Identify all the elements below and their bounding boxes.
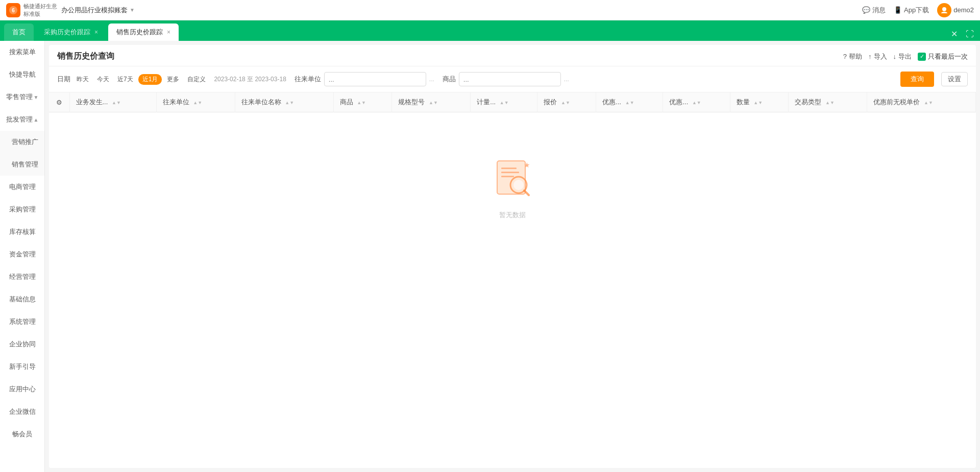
date-btn-yesterday[interactable]: 昨天 — [74, 74, 92, 85]
sidebar-item-system[interactable]: 系统管理 — [0, 311, 44, 333]
svg-point-2 — [942, 7, 946, 11]
col-goods-label: 商品 — [340, 98, 353, 106]
goods-dots: ... — [564, 76, 569, 83]
sort-arrows-discount2: ▲▼ — [692, 100, 701, 105]
date-btn-custom[interactable]: 自定义 — [184, 74, 209, 85]
col-discount1[interactable]: 优惠... ▲▼ — [596, 92, 663, 112]
sidebar-basicinfo-label: 基础信息 — [9, 295, 36, 304]
sidebar-item-enterprise-collab[interactable]: 企业协同 — [0, 333, 44, 356]
table-header-row: ⚙ 业务发生... ▲▼ 往来单位 ▲▼ 往来单位名称 ▲ — [49, 92, 976, 112]
date-btn-today[interactable]: 今天 — [94, 74, 112, 85]
date-btn-1month[interactable]: 近1月 — [138, 74, 162, 85]
tab-purchase-close-icon[interactable]: × — [94, 29, 98, 36]
from-unit-input[interactable] — [324, 72, 426, 86]
sort-arrows-spec: ▲▼ — [429, 100, 438, 105]
col-pretax-price[interactable]: 优惠前无税单价 ▲▼ — [867, 92, 976, 112]
sidebar-item-enterprise-wechat[interactable]: 企业微信 — [0, 400, 44, 423]
sidebar-purchase-label: 采购管理 — [9, 205, 36, 214]
col-quantity[interactable]: 数量 ▲▼ — [730, 92, 789, 112]
tab-purchase-history[interactable]: 采购历史价跟踪 × — [36, 23, 106, 41]
col-unit[interactable]: 计量... ▲▼ — [471, 92, 537, 112]
sidebar-search-label: 搜索菜单 — [9, 48, 36, 57]
sidebar-item-operations[interactable]: 经营管理 — [0, 266, 44, 288]
sidebar-item-new-guide[interactable]: 新手引导 — [0, 356, 44, 378]
sidebar-item-wholesale-mgmt[interactable]: 批发管理 ▲ — [0, 108, 44, 131]
sidebar-item-finance[interactable]: 资金管理 — [0, 243, 44, 266]
date-btn-7days[interactable]: 近7天 — [114, 74, 136, 85]
date-label: 日期 — [57, 75, 70, 84]
workspace-chevron-icon: ▼ — [130, 7, 135, 13]
tab-home[interactable]: 首页 — [4, 23, 34, 41]
only-last-checkbox[interactable]: ✓ — [918, 53, 926, 61]
col-biz-date[interactable]: 业务发生... ▲▼ — [69, 92, 156, 112]
tab-sales-close-icon[interactable]: × — [167, 29, 170, 36]
sidebar-salesmgmt-label: 销售管理 — [12, 160, 38, 169]
col-trade-type[interactable]: 交易类型 ▲▼ — [789, 92, 867, 112]
sort-arrows-quote: ▲▼ — [561, 100, 570, 105]
goods-input[interactable] — [459, 72, 561, 86]
data-table: ⚙ 业务发生... ▲▼ 往来单位 ▲▼ 往来单位名称 ▲ — [49, 92, 976, 112]
sort-arrows-from-unit-name: ▲▼ — [285, 100, 294, 105]
sidebar-item-marketing-promo[interactable]: 营销推广 — [0, 131, 44, 153]
user-profile[interactable]: demo2 — [937, 3, 974, 17]
sidebar-marketing-label: 营销推广 — [12, 138, 38, 147]
sidebar-item-app-center[interactable]: 应用中心 — [0, 378, 44, 400]
column-settings-button[interactable]: 设置 — [941, 72, 968, 86]
col-goods[interactable]: 商品 ▲▼ — [333, 92, 392, 112]
svg-point-8 — [513, 180, 524, 190]
sidebar-item-ecommerce[interactable]: 电商管理 — [0, 176, 44, 198]
logo-icon: 6 — [6, 3, 20, 17]
query-button[interactable]: 查询 — [900, 72, 934, 87]
col-discount2[interactable]: 优惠... ▲▼ — [663, 92, 730, 112]
workspace-selector[interactable]: 办公用品行业模拟账套 ▼ — [61, 6, 135, 15]
tab-home-label: 首页 — [12, 28, 26, 37]
sidebar-item-purchase[interactable]: 采购管理 — [0, 198, 44, 221]
tab-sales-label: 销售历史价跟踪 — [116, 28, 163, 37]
import-button[interactable]: ↑ 导入 — [868, 52, 887, 61]
tab-bar: 首页 采购历史价跟踪 × 销售历史价跟踪 × ✕ ⛶ — [0, 20, 980, 41]
top-bar-right: 💬 消息 📱 App下载 demo2 — [862, 3, 974, 17]
sidebar-item-vip[interactable]: 畅会员 — [0, 423, 44, 445]
logo-text: 畅捷通好生意 标准版 — [23, 3, 57, 17]
tab-close-all-icon[interactable]: ✕ — [949, 27, 960, 41]
sidebar-collab-label: 企业协同 — [9, 340, 36, 349]
sidebar-item-sales-mgmt[interactable]: 销售管理 — [0, 153, 44, 176]
sidebar-item-retail-mgmt[interactable]: 零售管理 ▼ — [0, 86, 44, 108]
sidebar-wholesale-label: 批发管理 — [6, 115, 33, 124]
col-from-unit[interactable]: 往来单位 ▲▼ — [156, 92, 235, 112]
main-layout: 搜索菜单 快捷导航 零售管理 ▼ 批发管理 ▲ 营销推广 销售管理 电商管理 采… — [0, 41, 980, 472]
only-last-checkbox-group: ✓ 只看最后一次 — [918, 52, 968, 61]
tab-sales-history[interactable]: 销售历史价跟踪 × — [108, 23, 179, 41]
date-btn-more[interactable]: 更多 — [164, 74, 182, 85]
tab-fullscreen-icon[interactable]: ⛶ — [964, 28, 976, 41]
help-button[interactable]: ? 帮助 — [843, 52, 862, 61]
svg-rect-5 — [501, 172, 519, 173]
col-quote[interactable]: 报价 ▲▼ — [537, 92, 596, 112]
col-discount1-label: 优惠... — [602, 98, 621, 106]
col-spec-model[interactable]: 规格型号 ▲▼ — [392, 92, 471, 112]
app-download-button[interactable]: 📱 App下载 — [894, 6, 929, 15]
col-from-unit-name[interactable]: 往来单位名称 ▲▼ — [235, 92, 333, 112]
col-settings[interactable]: ⚙ — [49, 92, 69, 112]
top-bar-left: 6 畅捷通好生意 标准版 办公用品行业模拟账套 ▼ — [6, 3, 135, 17]
sidebar-item-inventory[interactable]: 库存核算 — [0, 221, 44, 243]
date-filter-group: 日期 昨天 今天 近7天 近1月 更多 自定义 2023-02-18 至 202… — [57, 74, 286, 85]
col-from-unit-label: 往来单位 — [163, 98, 189, 106]
col-from-unit-name-label: 往来单位名称 — [241, 98, 281, 106]
col-unit-label: 计量... — [477, 98, 496, 106]
sidebar-quicknav-label: 快捷导航 — [9, 70, 36, 79]
empty-text: 暂无数据 — [499, 210, 526, 220]
empty-state: ★ 暂无数据 — [49, 112, 976, 261]
sidebar-appcenter-label: 应用中心 — [9, 385, 36, 394]
message-button[interactable]: 💬 消息 — [862, 6, 886, 15]
sidebar-item-basic-info[interactable]: 基础信息 — [0, 288, 44, 311]
export-button[interactable]: ↓ 导出 — [893, 52, 912, 61]
retail-expand-icon: ▼ — [34, 95, 39, 100]
page: 销售历史价查询 ? 帮助 ↑ 导入 ↓ 导出 ✓ — [49, 45, 976, 468]
goods-filter: 商品 ... — [443, 72, 569, 86]
sidebar-vip-label: 畅会员 — [12, 430, 32, 439]
sidebar-item-search-menu[interactable]: 搜索菜单 — [0, 41, 44, 63]
sidebar-item-quick-nav[interactable]: 快捷导航 — [0, 63, 44, 86]
empty-state-icon: ★ — [487, 153, 538, 204]
sidebar-operations-label: 经营管理 — [9, 273, 36, 281]
